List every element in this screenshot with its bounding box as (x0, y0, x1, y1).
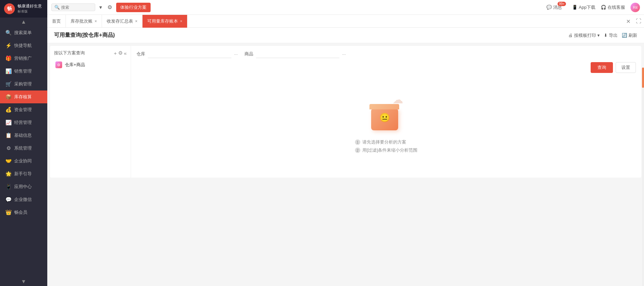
topbar-search-box[interactable]: 🔍 (51, 3, 95, 11)
sidebar-item-label: 企业微信 (14, 197, 32, 203)
product-field: 商品 ··· (244, 50, 346, 58)
tab-label: 可用量库存账本 (147, 18, 178, 24)
print-btn[interactable]: 🖨 按模板打印 ▾ (568, 32, 600, 38)
sidebar-item-system[interactable]: ⚙ 系统管理 (0, 142, 47, 155)
sidebar-item-basic-info[interactable]: 📋 基础信息 (0, 129, 47, 142)
refresh-btn[interactable]: 🔄 刷新 (622, 32, 637, 38)
box-face: 😐 (379, 112, 390, 123)
box-lid (369, 104, 399, 109)
sidebar-item-enterprise-wechat[interactable]: 💬 企业微信 (0, 193, 47, 206)
tab-available-qty[interactable]: 可用量库存账本 × (143, 15, 187, 28)
scrollbar-thumb (642, 68, 644, 88)
tab-close-active-btn[interactable]: × (180, 19, 182, 24)
sidebar-item-label: 企业协同 (14, 158, 32, 164)
topbar-right-area: 💬 消息 99+ 📱 App下载 🎧 在线客服 Rit (546, 3, 640, 12)
product-input[interactable] (256, 50, 339, 58)
tab-batch-account[interactable]: 库存批次账 × (66, 15, 102, 28)
sidebar-item-purchase[interactable]: 🛒 采购管理 (0, 78, 47, 90)
tab-close-btn[interactable]: × (135, 19, 137, 24)
tab-label: 库存批次账 (71, 18, 93, 24)
tab-close-btn[interactable]: × (95, 19, 97, 24)
sidebar-item-finance[interactable]: 💰 资金管理 (0, 103, 47, 116)
warehouse-more-btn[interactable]: ··· (234, 52, 238, 57)
settings-scheme-btn[interactable]: ⚙ (118, 50, 123, 56)
sidebar-item-label: 新手引导 (14, 171, 32, 177)
app-name: 畅康通好生意 (18, 4, 42, 9)
quick-nav-icon: ⚡ (5, 43, 11, 49)
query-fields: 仓库 ··· 商品 ··· (136, 50, 636, 58)
sidebar-item-label: 库存核算 (14, 94, 32, 100)
sales-icon: 📊 (5, 68, 11, 74)
tab-receipt-summary[interactable]: 收发存汇总表 × (102, 15, 143, 28)
sidebar-item-marketing[interactable]: 🎁 营销推广 (0, 52, 47, 65)
setting-btn[interactable]: 设置 (616, 62, 636, 73)
sidebar-item-management[interactable]: 📈 经营管理 (0, 116, 47, 129)
collapse-scheme-btn[interactable]: « (124, 50, 127, 56)
export-btn[interactable]: ⬇ 导出 (604, 32, 618, 38)
sidebar-scroll-down[interactable]: ▼ (0, 277, 47, 286)
page-title: 可用量查询(按仓库+商品) (54, 32, 115, 39)
sidebar-item-label: 系统管理 (14, 145, 32, 151)
empty-tip-2: 2 用[过滤]条件来缩小分析范围 (355, 147, 417, 153)
tab-home[interactable]: 首页 (47, 15, 66, 28)
topbar-search-input[interactable] (61, 5, 92, 10)
query-fields-panel: 仓库 ··· 商品 ··· 查询 设置 (131, 46, 641, 178)
print-dropdown-icon: ▾ (597, 33, 600, 38)
sidebar-item-label: 畅会员 (14, 209, 27, 215)
management-icon: 📈 (5, 120, 11, 126)
sidebar-item-enterprise-collab[interactable]: 🤝 企业协同 (0, 155, 47, 167)
query-actions: 查询 设置 (136, 62, 636, 73)
sidebar-item-quick-nav[interactable]: ⚡ 快捷导航 (0, 39, 47, 52)
notifications-btn[interactable]: 💬 消息 99+ (546, 4, 562, 10)
basic-info-icon: 📋 (5, 132, 11, 138)
sidebar-nav: 🔍 搜索菜单 ⚡ 快捷导航 🎁 营销推广 📊 销售管理 🛒 采购管理 📦 库存核… (0, 26, 47, 277)
print-label: 按模板打印 (574, 32, 596, 38)
sidebar-item-label: 经营管理 (14, 120, 32, 126)
page-header: 可用量查询(按仓库+商品) 🖨 按模板打印 ▾ ⬇ 导出 🔄 刷新 (47, 28, 644, 43)
scheme-item-label: 仓库+商品 (65, 62, 85, 68)
industry-solution-btn[interactable]: 体验行业方案 (116, 3, 151, 12)
sidebar-item-app-center[interactable]: 📱 应用中心 (0, 180, 47, 193)
right-scrollbar[interactable] (642, 68, 644, 286)
warehouse-label: 仓库 (136, 51, 145, 57)
query-btn[interactable]: 查询 (591, 62, 613, 73)
user-menu-btn[interactable]: Rit (630, 3, 640, 12)
sidebar-item-label: 销售管理 (14, 68, 32, 74)
sidebar-item-newbie[interactable]: 🌟 新手引导 (0, 167, 47, 180)
sidebar-item-member[interactable]: 👑 畅会员 (0, 206, 47, 219)
product-more-btn[interactable]: ··· (342, 52, 346, 57)
tabbar-expand-btn[interactable]: ⛶ (636, 18, 641, 24)
content-area: 可用量查询(按仓库+商品) 🖨 按模板打印 ▾ ⬇ 导出 🔄 刷新 (47, 28, 644, 286)
warehouse-input[interactable] (148, 50, 231, 58)
topbar: 🔍 ▾ ⚙ 体验行业方案 💬 消息 99+ 📱 App下载 🎧 在线客服 R (47, 0, 644, 15)
finance-icon: 💰 (5, 107, 11, 113)
tabbar-close-btn[interactable]: ✕ (626, 18, 630, 24)
marketing-icon: 🎁 (5, 55, 11, 61)
query-scheme-header: 按以下方案查询 + ⚙ « (50, 50, 131, 59)
sidebar-scroll-up[interactable]: ▲ (0, 18, 47, 26)
app-logo: 畅 畅康通好生意 标准版 (0, 0, 47, 18)
print-icon: 🖨 (568, 33, 573, 38)
enterprise-collab-icon: 🤝 (5, 158, 11, 164)
tip-text-1: 请先选择要分析的方案 (362, 139, 406, 145)
scheme-item-warehouse-product[interactable]: ⚙ 仓库+商品 (50, 59, 131, 71)
sidebar-item-inventory[interactable]: 📦 库存核算 (0, 90, 47, 103)
sidebar-item-sales[interactable]: 📊 销售管理 (0, 65, 47, 78)
topbar-dropdown-btn[interactable]: ▾ (98, 3, 103, 11)
query-left-actions: + ⚙ « (114, 50, 127, 56)
add-scheme-btn[interactable]: + (114, 50, 117, 56)
online-service-btn[interactable]: 🎧 在线客服 (601, 4, 625, 10)
sidebar: 畅 畅康通好生意 标准版 ▲ 🔍 搜索菜单 ⚡ 快捷导航 🎁 营销推广 📊 销售… (0, 0, 47, 286)
sidebar-item-search[interactable]: 🔍 搜索菜单 (0, 26, 47, 39)
purchase-icon: 🛒 (5, 81, 11, 87)
refresh-label: 刷新 (628, 32, 637, 38)
sidebar-item-label: 搜索菜单 (14, 30, 32, 36)
empty-tip-1: 1 请先选择要分析的方案 (355, 139, 417, 145)
app-download-btn[interactable]: 📱 App下载 (572, 4, 595, 10)
scheme-icon: ⚙ (55, 61, 62, 68)
main-content: 🔍 ▾ ⚙ 体验行业方案 💬 消息 99+ 📱 App下载 🎧 在线客服 R (47, 0, 644, 286)
system-icon: ⚙ (5, 145, 11, 151)
tip-text-2: 用[过滤]条件来缩小分析范围 (362, 147, 417, 153)
topbar-settings-btn[interactable]: ⚙ (106, 3, 113, 11)
tab-label: 首页 (52, 18, 61, 24)
